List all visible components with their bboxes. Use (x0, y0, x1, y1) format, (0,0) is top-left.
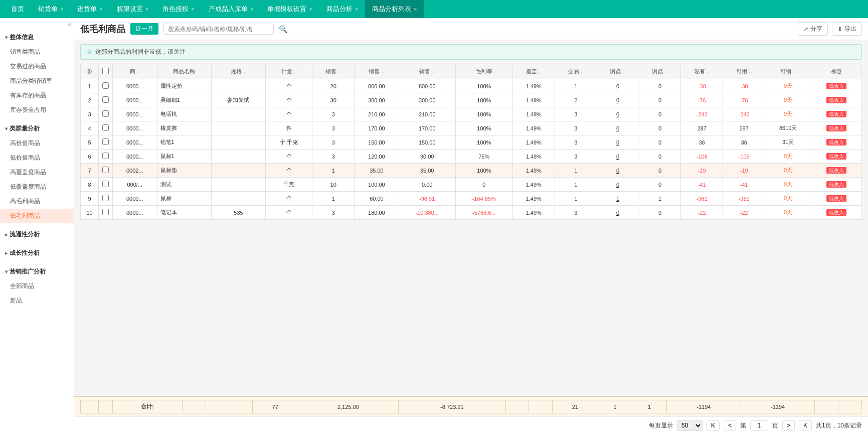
row-name[interactable]: 橡皮擦 (157, 121, 211, 135)
sidebar-group-title-cluster[interactable]: ▾ 类群量分析 (0, 121, 74, 136)
row-browse2: 0 (639, 121, 681, 135)
sidebar-item-low-margin[interactable]: 低毛利商品 (0, 209, 74, 223)
row-saleable-days: 0天 (765, 107, 811, 121)
row-browse1[interactable]: 0 (597, 135, 639, 150)
row-code: 0000... (113, 135, 157, 150)
row-browse1[interactable]: 0 (597, 164, 639, 178)
prev-page-button[interactable]: < (724, 420, 736, 430)
close-icon[interactable]: × (60, 6, 63, 12)
row-name[interactable]: 鼠标1 (157, 150, 211, 164)
sidebar-group-title-liquidity[interactable]: ▸ 流通性分析 (0, 227, 74, 242)
sidebar-group-title-growth[interactable]: ▸ 成长性分析 (0, 246, 74, 260)
row-checkbox[interactable] (99, 178, 113, 192)
col-check[interactable] (99, 64, 113, 79)
row-browse1[interactable]: 0 (597, 79, 639, 93)
sidebar-item-sales-products[interactable]: 销售类商品 (0, 45, 74, 59)
sidebar-item-traded-products[interactable]: 交易过的商品 (0, 59, 74, 74)
sidebar-group-title-marketing[interactable]: ▾ 营销推广分析 (0, 264, 74, 279)
row-name[interactable]: 测试 (157, 178, 211, 192)
nav-item-sales[interactable]: 销货单 × (31, 0, 70, 18)
row-name[interactable]: 铅笔1 (157, 135, 211, 150)
close-icon[interactable]: × (309, 6, 312, 12)
row-coverage: 1.49% (512, 79, 555, 93)
col-code-header: 商... (113, 64, 157, 79)
sidebar-item-new-products[interactable]: 新品 (0, 294, 74, 308)
close-icon[interactable]: × (250, 6, 253, 12)
row-checkbox[interactable] (99, 107, 113, 121)
nav-item-permission[interactable]: 权限设置 × (110, 0, 155, 18)
row-checkbox[interactable] (99, 121, 113, 135)
row-sales-qty: 30 (312, 93, 355, 107)
sidebar-item-category-rate[interactable]: 商品分类销销率 (0, 74, 74, 88)
row-checkbox[interactable] (99, 135, 113, 150)
nav-item-product-storage[interactable]: 产成品入库单 × (202, 0, 260, 18)
close-icon[interactable]: × (99, 6, 102, 12)
col-trade-header: 交易... (555, 64, 597, 79)
sidebar-group-title-general[interactable]: ▾ 整体信息 (0, 30, 74, 45)
row-unit: 个 (266, 79, 312, 93)
row-checkbox[interactable] (99, 192, 113, 206)
nav-item-template[interactable]: 单据模板设置 × (260, 0, 319, 18)
row-name[interactable]: 电话机 (157, 107, 211, 121)
col-settings[interactable]: ⚙ (81, 64, 99, 79)
row-browse1[interactable]: 0 (597, 93, 639, 107)
row-browse1[interactable]: 0 (597, 121, 639, 135)
sidebar-item-stocked-products[interactable]: 有库存的商品 (0, 88, 74, 103)
share-button[interactable]: ↗ 分享 (798, 22, 828, 36)
row-spec (211, 135, 265, 150)
total-sales-amount: -8,723.91 (399, 400, 506, 413)
row-number: 6 (81, 150, 99, 164)
close-icon[interactable]: × (355, 6, 358, 12)
row-name[interactable]: 吴细细1 (157, 93, 211, 107)
search-button[interactable]: 🔍 (279, 25, 287, 33)
export-button[interactable]: ⬇ 导出 (832, 22, 862, 36)
total-browse2: 1 (632, 400, 667, 413)
close-icon[interactable]: × (145, 6, 148, 12)
sidebar-collapse-button[interactable]: « (68, 20, 72, 28)
row-checkbox[interactable] (99, 79, 113, 93)
row-checkbox[interactable] (99, 206, 113, 220)
row-checkbox[interactable] (99, 150, 113, 164)
row-browse1[interactable]: 1 (597, 192, 639, 206)
sidebar-item-low-value[interactable]: 低价值商品 (0, 151, 74, 165)
row-name[interactable]: 笔记本 (157, 206, 211, 220)
date-filter-button[interactable]: 近一月 (130, 23, 158, 35)
row-tag: 低收入 (811, 192, 862, 206)
row-name[interactable]: 鼠标垫 (157, 164, 211, 178)
page-size-select[interactable]: 50 100 200 (677, 420, 703, 431)
sidebar-item-high-value[interactable]: 高价值商品 (0, 136, 74, 151)
sidebar-item-high-margin[interactable]: 高毛利商品 (0, 194, 74, 209)
row-number: 9 (81, 192, 99, 206)
row-spec (211, 150, 265, 164)
sidebar-item-low-coverage[interactable]: 低覆盖度商品 (0, 180, 74, 194)
sidebar-item-all-products[interactable]: 全部商品 (0, 279, 74, 294)
row-browse1[interactable]: 0 (597, 107, 639, 121)
last-page-button[interactable]: K (799, 420, 812, 430)
close-icon[interactable]: × (414, 6, 417, 12)
table-row: 1 0000... 属性定价 个 20 800.00 800.00 100% 1… (81, 79, 862, 93)
row-browse1[interactable]: 0 (597, 150, 639, 164)
row-name[interactable]: 鼠标 (157, 192, 211, 206)
search-input[interactable] (163, 24, 274, 35)
nav-item-role[interactable]: 角色授权 × (155, 0, 201, 18)
nav-item-home[interactable]: 首页 (4, 0, 31, 18)
page-number-input[interactable] (750, 420, 768, 430)
next-page-button[interactable]: > (782, 420, 795, 430)
row-sales-amount: 90.00 (399, 150, 455, 164)
close-icon[interactable]: × (191, 6, 194, 12)
table-row: 8 000/... 测试 千克 10 100.00 0.00 0 1.49% 1… (81, 178, 862, 192)
nav-item-analysis[interactable]: 商品分析 × (319, 0, 365, 18)
sidebar-item-high-coverage[interactable]: 高覆盖度商品 (0, 165, 74, 180)
row-browse1[interactable]: 0 (597, 206, 639, 220)
nav-item-purchase[interactable]: 进货单 × (70, 0, 109, 18)
settings-icon[interactable]: ⚙ (87, 68, 93, 75)
row-browse1[interactable]: 0 (597, 178, 639, 192)
sidebar-item-stock-capital[interactable]: 库存资金占用 (0, 103, 74, 117)
select-all-checkbox[interactable] (102, 68, 109, 74)
first-page-button[interactable]: K (707, 420, 720, 430)
row-checkbox[interactable] (99, 93, 113, 107)
row-name[interactable]: 属性定价 (157, 79, 211, 93)
nav-item-analysis-list[interactable]: 商品分析列表 × (365, 0, 424, 18)
col-browse2-header: 浏览... (639, 64, 681, 79)
row-checkbox[interactable] (99, 164, 113, 178)
